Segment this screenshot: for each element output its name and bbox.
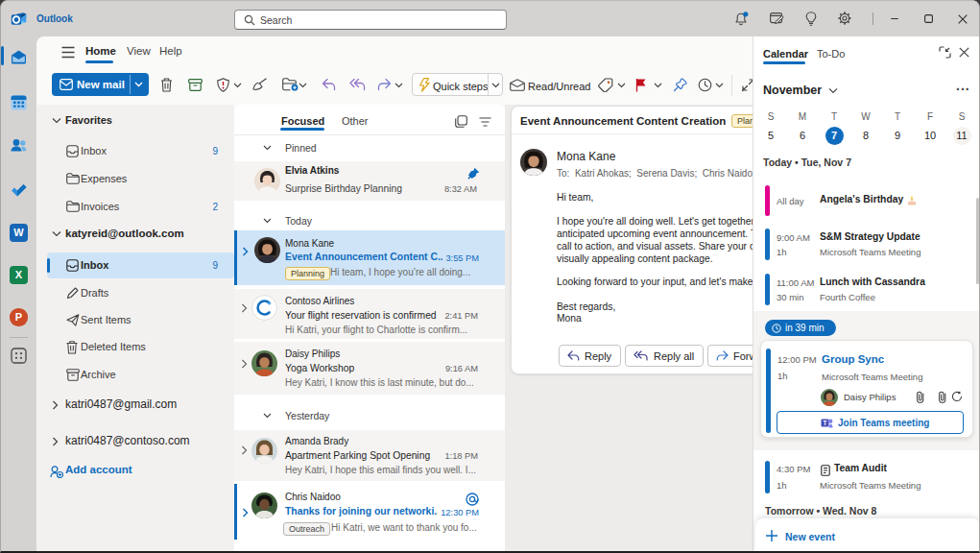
svg-text:T: T xyxy=(824,420,827,426)
